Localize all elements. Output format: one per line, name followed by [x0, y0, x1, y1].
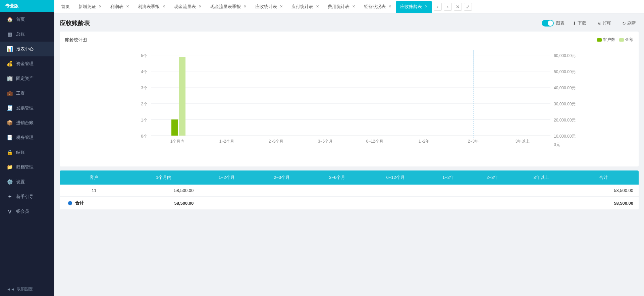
- print-button[interactable]: 🖨 打印: [594, 19, 614, 28]
- tab-ar-stat-label: 应收统计表: [255, 4, 277, 10]
- legend-amount-label: 金额: [625, 37, 633, 43]
- legend-amount: 金额: [619, 37, 633, 43]
- chart-svg: 5个 4个 3个 2个 1个 0个 60,000.00元 50,000.00元 …: [65, 47, 633, 154]
- sidebar-item-sales[interactable]: 📦 进销台账: [0, 115, 54, 130]
- sidebar-item-assets[interactable]: 🏢 固定资产: [0, 71, 54, 86]
- sidebar-item-label: 报表中心: [16, 46, 34, 52]
- chart-toggle-label: 图表: [556, 20, 565, 26]
- invoice-icon: 🧾: [7, 105, 13, 111]
- print-label: 打印: [603, 20, 611, 26]
- sidebar-item-salary[interactable]: 💼 工资: [0, 86, 54, 101]
- collapse-sidebar-button[interactable]: ◄◄ 取消固定: [0, 282, 54, 296]
- tab-ar-stat-close[interactable]: ✕: [280, 4, 283, 9]
- app-logo: 专业版: [0, 0, 54, 12]
- sidebar-item-closing[interactable]: 🔒 结账: [0, 145, 54, 160]
- tab-ar-aging-label: 应收账龄表: [400, 4, 422, 10]
- col-y3-plus: 3年以上: [514, 170, 568, 185]
- svg-text:3个: 3个: [141, 86, 147, 90]
- tab-biz-stat[interactable]: 经营状况表 ✕: [360, 1, 395, 13]
- sidebar-item-archive[interactable]: 📁 归档管理: [0, 160, 54, 175]
- settings-icon: ⚙️: [7, 179, 13, 185]
- sidebar-item-label: 税务管理: [16, 135, 34, 141]
- sidebar-item-funds[interactable]: 💰 资金管理: [0, 56, 54, 71]
- sidebar-item-label: 工资: [16, 90, 25, 96]
- tab-cashflow-q-close[interactable]: ✕: [244, 4, 247, 9]
- svg-text:1个: 1个: [141, 118, 147, 122]
- tab-home-label: 首页: [61, 4, 70, 10]
- sidebar-item-label: 新手引导: [16, 194, 34, 200]
- tab-expand[interactable]: ⤢: [464, 3, 472, 11]
- sidebar-item-label: 进销台账: [16, 120, 34, 126]
- sidebar-item-label: 总账: [16, 31, 25, 37]
- tab-ar-aging[interactable]: 应收账龄表 ✕: [396, 1, 432, 13]
- toggle-track[interactable]: [542, 20, 554, 27]
- svg-text:1~2个月: 1~2个月: [219, 139, 234, 144]
- refresh-button[interactable]: ↻ 刷新: [620, 19, 639, 28]
- download-button[interactable]: ⬇ 下载: [570, 19, 589, 28]
- download-icon: ⬇: [573, 21, 576, 26]
- tab-ap-stat-close[interactable]: ✕: [316, 4, 319, 9]
- col-y2-3: 2~3年: [470, 170, 514, 185]
- tab-profit-close[interactable]: ✕: [126, 4, 129, 9]
- tab-profit-q[interactable]: 利润表季报 ✕: [134, 1, 169, 13]
- legend-customers-label: 客户数: [603, 37, 615, 43]
- svg-text:2~3年: 2~3年: [468, 139, 479, 144]
- tab-cashflow-q[interactable]: 现金流量表季报 ✕: [206, 1, 251, 13]
- tab-profit-q-close[interactable]: ✕: [162, 4, 165, 9]
- svg-text:50,000.00元: 50,000.00元: [554, 69, 576, 74]
- tab-profit-q-label: 利润表季报: [138, 4, 160, 10]
- sidebar-item-settings[interactable]: ⚙️ 设置: [0, 175, 54, 189]
- tab-close-all[interactable]: ✕: [454, 3, 462, 11]
- svg-text:20,000.00元: 20,000.00元: [554, 118, 576, 122]
- total-y1-2: [426, 197, 470, 210]
- tab-biz-stat-label: 经营状况表: [364, 4, 386, 10]
- tab-expense-label: 费用统计表: [328, 4, 350, 10]
- sidebar-item-home[interactable]: 🏠 首页: [0, 12, 54, 27]
- tax-icon: 📑: [7, 135, 13, 141]
- sidebar-item-label: 固定资产: [16, 76, 34, 82]
- tab-cashflow-label: 现金流量表: [174, 4, 196, 10]
- tab-expense-close[interactable]: ✕: [352, 4, 355, 9]
- tab-home[interactable]: 首页: [57, 1, 74, 13]
- tab-bar: 首页 新增凭证 ✕ 利润表 ✕ 利润表季报 ✕ 现金流量表 ✕ 现金流量表季报 …: [54, 0, 644, 13]
- sidebar-item-guide[interactable]: ✦ 新手引导: [0, 189, 54, 204]
- tab-voucher-label: 新增凭证: [78, 4, 96, 10]
- tab-voucher[interactable]: 新增凭证 ✕: [74, 1, 106, 13]
- total-m2-3: [254, 197, 310, 210]
- svg-text:30,000.00元: 30,000.00元: [554, 102, 576, 106]
- main-area: 首页 新增凭证 ✕ 利润表 ✕ 利润表季报 ✕ 现金流量表 ✕ 现金流量表季报 …: [54, 0, 644, 296]
- svg-text:0元: 0元: [554, 142, 560, 147]
- tab-ar-stat[interactable]: 应收统计表 ✕: [251, 1, 287, 13]
- svg-text:60,000.00元: 60,000.00元: [554, 53, 576, 58]
- svg-text:2个: 2个: [141, 102, 147, 106]
- total-m3-6: [310, 197, 365, 210]
- sidebar-item-reports[interactable]: 📊 报表中心: [0, 42, 54, 56]
- tab-expense[interactable]: 费用统计表 ✕: [324, 1, 359, 13]
- col-customer: 客户: [60, 170, 128, 185]
- sidebar-item-tax[interactable]: 📑 税务管理: [0, 130, 54, 145]
- tab-cashflow-close[interactable]: ✕: [199, 4, 202, 9]
- tab-biz-stat-close[interactable]: ✕: [388, 4, 391, 9]
- table-row: 11 58,500.00 58,500.00: [60, 185, 639, 197]
- sidebar-item-ledger[interactable]: ▦ 总账: [0, 27, 54, 42]
- tab-nav-prev[interactable]: ‹: [434, 3, 442, 11]
- chart-toggle[interactable]: 图表: [542, 20, 565, 27]
- legend-customers-color: [597, 38, 602, 42]
- table-total-row: 🔵 合计 58,500.00 58,500.00: [60, 197, 639, 210]
- tab-ap-stat[interactable]: 应付统计表 ✕: [287, 1, 323, 13]
- tab-profit-label: 利润表: [110, 4, 123, 10]
- tab-nav-next[interactable]: ›: [444, 3, 452, 11]
- tab-profit[interactable]: 利润表 ✕: [106, 1, 133, 13]
- reports-icon: 📊: [7, 46, 13, 52]
- sidebar-item-invoice[interactable]: 🧾 发票管理: [0, 101, 54, 115]
- collapse-label: 取消固定: [17, 286, 33, 292]
- sidebar-item-label: 资金管理: [16, 61, 34, 67]
- sidebar-item-vip[interactable]: V 畅会员: [0, 204, 54, 219]
- tab-cashflow[interactable]: 现金流量表 ✕: [170, 1, 206, 13]
- tab-voucher-close[interactable]: ✕: [99, 4, 102, 9]
- archive-icon: 📁: [7, 164, 13, 170]
- tab-ar-aging-close[interactable]: ✕: [425, 4, 428, 9]
- col-m2-3: 2~3个月: [254, 170, 310, 185]
- sidebar-item-label: 设置: [16, 179, 25, 185]
- aging-table: 客户 1个月内 1~2个月 2~3个月 3~6个月 6~12个月 1~2年 2~…: [60, 170, 639, 210]
